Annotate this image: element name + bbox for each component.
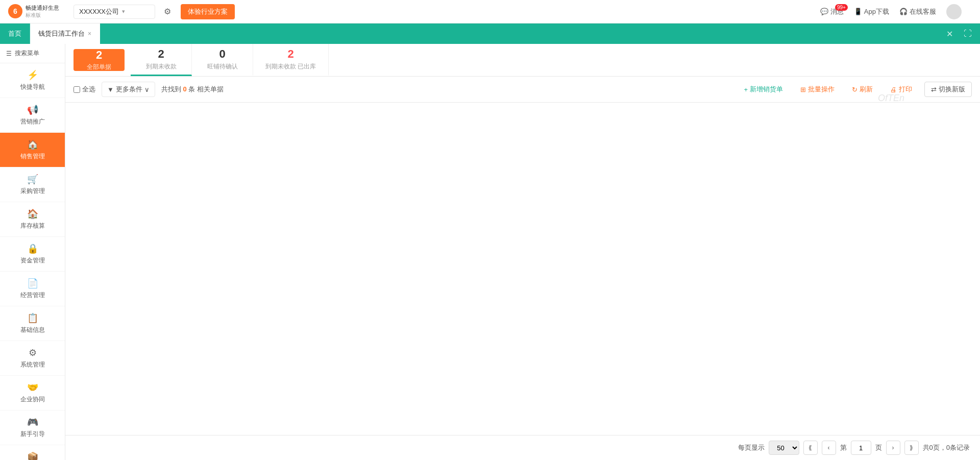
sidebar-label-sales: 销售管理 (20, 152, 45, 161)
active-tab-label: 钱货日清工作台 (38, 29, 85, 38)
message-icon: 💬 (820, 8, 828, 15)
add-sales-label: 新增销货单 (750, 85, 783, 94)
content-area: 2 全部单据 2 到期未收款 0 旺铺待确认 2 到期未收款 已出库 全选 (65, 44, 980, 460)
batch-icon: ⊞ (800, 86, 806, 93)
next-page-button[interactable]: › (886, 441, 900, 455)
search-icon: ☰ (6, 50, 12, 57)
sidebar-label-guide: 新手引导 (20, 430, 45, 439)
tab-close-icon[interactable]: × (88, 30, 91, 37)
tab-active[interactable]: 钱货日清工作台 × (30, 23, 100, 44)
pagination: 每页显示 50 100 200 ⟪ ‹ 第 页 › ⟫ 共0页，0条记录 (65, 435, 980, 460)
table-area (65, 103, 980, 435)
sidebar-label-purchase: 采购管理 (20, 187, 45, 196)
stat-tab-all[interactable]: 2 全部单据 (74, 49, 125, 71)
sidebar-search[interactable]: ☰ 搜索菜单 (0, 44, 65, 63)
tab-collapse-button[interactable]: ✕ (942, 27, 957, 41)
download-icon: 📱 (854, 8, 862, 15)
avatar[interactable] (946, 4, 962, 19)
stat-number-shipped: 2 (288, 47, 294, 61)
tab-bar-actions: ✕ ⛶ (942, 27, 980, 41)
online-service-label: 在线客服 (910, 7, 936, 16)
messages-button[interactable]: 💬 消息 99+ (820, 7, 844, 16)
total-info: 共0页，0条记录 (923, 443, 970, 452)
switch-icon: ⇄ (931, 86, 937, 93)
sidebar-label-base-info: 基础信息 (20, 326, 45, 334)
switch-version-button[interactable]: ⇄ 切换新版 (924, 82, 972, 97)
result-count-text: 共找到 0 条 相关单据 (161, 85, 224, 94)
main-layout: ☰ 搜索菜单 ⚡ 快捷导航 📢 营销推广 🏠 销售管理 🛒 采购管理 🏠 库存核… (0, 44, 980, 460)
sidebar-label-cooperation: 企业协同 (20, 395, 45, 404)
first-page-button[interactable]: ⟪ (803, 441, 818, 455)
batch-button[interactable]: ⊞ 批量操作 (795, 82, 840, 96)
inventory-icon: 🏠 (27, 208, 38, 220)
collapse-icon: ✕ (946, 29, 953, 39)
sidebar-label-quick-nav: 快捷导航 (20, 83, 45, 91)
sidebar-item-inventory[interactable]: 🏠 库存核算 (0, 202, 65, 237)
refresh-button[interactable]: ↻ 刷新 (847, 82, 878, 96)
sidebar-item-guide[interactable]: 🎮 新手引导 (0, 410, 65, 445)
stat-label-overdue: 到期未收款 (146, 62, 177, 71)
stat-tab-pending[interactable]: 0 旺铺待确认 (192, 44, 253, 76)
page-number-input[interactable] (851, 441, 871, 455)
app-name-block: 畅捷通好生意 标准版 (26, 4, 59, 18)
batch-label: 批量操作 (808, 85, 835, 94)
sales-icon: 🏠 (27, 139, 38, 150)
stat-tab-overdue[interactable]: 2 到期未收款 (131, 44, 192, 76)
sidebar-item-marketing[interactable]: 📢 营销推广 (0, 98, 65, 133)
sidebar-item-purchase[interactable]: 🛒 采购管理 (0, 167, 65, 202)
top-header: 6 畅捷通好生意 标准版 XXXXXX公司 ▾ ⚙ 体验行业方案 💬 消息 99… (0, 0, 980, 23)
filter-button[interactable]: ▼ 更多条件 ∨ (102, 82, 155, 97)
app-logo: 6 (8, 4, 22, 18)
sidebar-item-app-center[interactable]: 📦 应用中心 (0, 445, 65, 460)
sidebar-item-sales[interactable]: 🏠 销售管理 (0, 133, 65, 167)
tab-home[interactable]: 首页 (0, 23, 30, 44)
gear-icon: ⚙ (164, 7, 171, 16)
sidebar: ☰ 搜索菜单 ⚡ 快捷导航 📢 营销推广 🏠 销售管理 🛒 采购管理 🏠 库存核… (0, 44, 65, 460)
sidebar-item-system[interactable]: ⚙ 系统管理 (0, 341, 65, 376)
stat-tab-shipped[interactable]: 2 到期未收款 已出库 (253, 44, 329, 76)
app-edition: 标准版 (26, 12, 59, 19)
header-right: 💬 消息 99+ 📱 App下载 🎧 在线客服 (820, 4, 972, 19)
sidebar-item-finance[interactable]: 🔒 资金管理 (0, 237, 65, 272)
guide-icon: 🎮 (27, 417, 38, 428)
last-page-button[interactable]: ⟫ (904, 441, 919, 455)
settings-button[interactable]: ⚙ (159, 4, 176, 20)
add-sales-button[interactable]: + 新增销货单 (739, 82, 788, 96)
service-icon: 🎧 (899, 8, 908, 15)
trial-button[interactable]: 体验行业方案 (181, 4, 235, 19)
page-label: 第 (840, 443, 847, 452)
app-name: 畅捷通好生意 (26, 4, 59, 11)
online-service-button[interactable]: 🎧 在线客服 (899, 7, 936, 16)
per-page-select[interactable]: 50 100 200 (769, 441, 799, 455)
base-info-icon: 📋 (27, 312, 38, 324)
stat-number-overdue: 2 (158, 47, 164, 61)
stat-label-all: 全部单据 (87, 63, 111, 71)
print-label: 打印 (899, 85, 912, 94)
app-download-button[interactable]: 📱 App下载 (854, 7, 889, 16)
company-name: XXXXXX公司 (79, 7, 119, 16)
sidebar-label-finance: 资金管理 (20, 256, 45, 265)
tab-expand-button[interactable]: ⛶ (961, 27, 975, 41)
company-selector[interactable]: XXXXXX公司 ▾ (74, 5, 155, 19)
page-unit: 页 (875, 443, 882, 452)
select-all-input[interactable] (74, 86, 80, 93)
tab-bar: 首页 钱货日清工作台 × ✕ ⛶ (0, 23, 980, 44)
sidebar-label-marketing: 营销推广 (20, 117, 45, 126)
quick-nav-icon: ⚡ (27, 69, 38, 81)
sidebar-item-cooperation[interactable]: 🤝 企业协同 (0, 376, 65, 410)
toolbar-right: + 新增销货单 ⊞ 批量操作 ↻ 刷新 🖨 打印 ⇄ 切换新版 (739, 82, 972, 97)
sidebar-item-operation[interactable]: 📄 经营管理 (0, 272, 65, 306)
stat-number-all: 2 (96, 49, 102, 62)
sidebar-label-system: 系统管理 (20, 360, 45, 369)
stat-number-pending: 0 (219, 47, 225, 61)
marketing-icon: 📢 (27, 104, 38, 115)
select-all-checkbox[interactable]: 全选 (74, 85, 95, 94)
prev-page-button[interactable]: ‹ (822, 441, 836, 455)
result-number: 0 (183, 85, 187, 93)
sidebar-item-quick-nav[interactable]: ⚡ 快捷导航 (0, 63, 65, 98)
sidebar-label-inventory: 库存核算 (20, 222, 45, 230)
home-tab-label: 首页 (8, 29, 21, 38)
toolbar: 全选 ▼ 更多条件 ∨ 共找到 0 条 相关单据 + 新增销货单 ⊞ 批量操作 (65, 77, 980, 103)
print-button[interactable]: 🖨 打印 (885, 82, 917, 96)
sidebar-item-base-info[interactable]: 📋 基础信息 (0, 306, 65, 341)
